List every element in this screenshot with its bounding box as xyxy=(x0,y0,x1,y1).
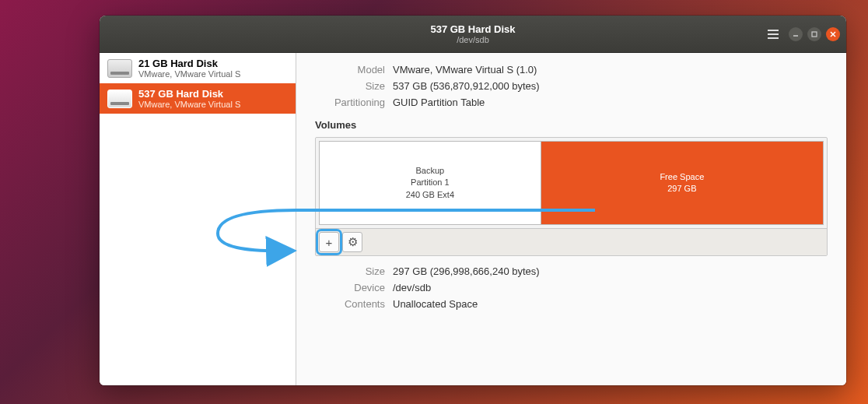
hard-disk-icon xyxy=(107,90,132,108)
info-row-model: Model VMware, VMware Virtual S (1.0) xyxy=(315,64,828,76)
info-value: 297 GB (296,998,666,240 bytes) xyxy=(393,265,540,277)
info-row-size: Size 537 GB (536,870,912,000 bytes) xyxy=(315,80,828,92)
detail-row-contents: Contents Unallocated Space xyxy=(315,298,828,310)
disk-item-text: 537 GB Hard Disk VMware, VMware Virtual … xyxy=(138,88,240,109)
detail-row-size: Size 297 GB (296,998,666,240 bytes) xyxy=(315,265,828,277)
hamburger-menu-button[interactable] xyxy=(762,23,784,45)
info-value: GUID Partition Table xyxy=(393,97,485,108)
info-label: Contents xyxy=(315,298,385,310)
vol-seg-line: 240 GB Ext4 xyxy=(406,189,454,201)
info-label: Partitioning xyxy=(315,97,385,108)
maximize-button[interactable] xyxy=(807,27,821,41)
disk-item-sub: VMware, VMware Virtual S xyxy=(138,69,240,79)
disk-item-1[interactable]: 537 GB Hard Disk VMware, VMware Virtual … xyxy=(100,83,296,114)
window-subtitle: /dev/sdb xyxy=(430,35,515,44)
disk-list-sidebar: 21 GB Hard Disk VMware, VMware Virtual S… xyxy=(100,53,296,385)
vol-seg-line: Free Space xyxy=(660,171,704,183)
info-label: Device xyxy=(315,282,385,293)
close-button[interactable] xyxy=(826,27,840,41)
info-value: /dev/sdb xyxy=(393,282,431,293)
info-value: 537 GB (536,870,912,000 bytes) xyxy=(393,80,540,92)
volume-bar: Backup Partition 1 240 GB Ext4 Free Spac… xyxy=(319,141,824,225)
svg-rect-1 xyxy=(812,32,817,37)
minimize-button[interactable] xyxy=(789,27,803,41)
detail-row-device: Device /dev/sdb xyxy=(315,282,828,293)
titlebar-center: 537 GB Hard Disk /dev/sdb xyxy=(430,23,515,44)
info-label: Size xyxy=(315,80,385,92)
disk-item-0[interactable]: 21 GB Hard Disk VMware, VMware Virtual S xyxy=(100,53,296,83)
vol-seg-line: Backup xyxy=(415,165,444,177)
add-partition-button[interactable]: + xyxy=(319,232,339,252)
volume-details: Size 297 GB (296,998,666,240 bytes) Devi… xyxy=(315,265,828,310)
volumes-box: Backup Partition 1 240 GB Ext4 Free Spac… xyxy=(315,137,828,256)
volumes-heading: Volumes xyxy=(315,119,828,131)
body: 21 GB Hard Disk VMware, VMware Virtual S… xyxy=(100,53,846,385)
disk-item-text: 21 GB Hard Disk VMware, VMware Virtual S xyxy=(138,58,240,79)
plus-icon: + xyxy=(326,236,333,249)
disk-item-title: 21 GB Hard Disk xyxy=(138,58,240,69)
volume-segment-free-space[interactable]: Free Space 297 GB xyxy=(541,142,823,224)
disk-item-sub: VMware, VMware Virtual S xyxy=(138,100,240,109)
info-row-partitioning: Partitioning GUID Partition Table xyxy=(315,97,828,108)
vol-seg-line: Partition 1 xyxy=(411,177,450,188)
window-title: 537 GB Hard Disk xyxy=(430,23,515,35)
window-controls xyxy=(762,23,840,45)
main-pane: Model VMware, VMware Virtual S (1.0) Siz… xyxy=(296,53,846,385)
disk-item-title: 537 GB Hard Disk xyxy=(138,88,240,100)
vol-seg-line: 297 GB xyxy=(667,183,696,195)
info-label: Size xyxy=(315,265,385,277)
volume-toolbar: + ⚙ xyxy=(316,228,827,255)
info-value: VMware, VMware Virtual S (1.0) xyxy=(393,64,537,76)
titlebar: 537 GB Hard Disk /dev/sdb xyxy=(100,16,846,53)
info-label: Model xyxy=(315,64,385,76)
hard-disk-icon xyxy=(107,59,132,78)
partition-options-button[interactable]: ⚙ xyxy=(342,232,362,252)
volume-segment-partition1[interactable]: Backup Partition 1 240 GB Ext4 xyxy=(320,142,541,224)
info-value: Unallocated Space xyxy=(393,298,478,310)
gnome-disks-window: 537 GB Hard Disk /dev/sdb 21 GB Hard Di xyxy=(100,16,846,385)
gear-icon: ⚙ xyxy=(348,235,358,249)
